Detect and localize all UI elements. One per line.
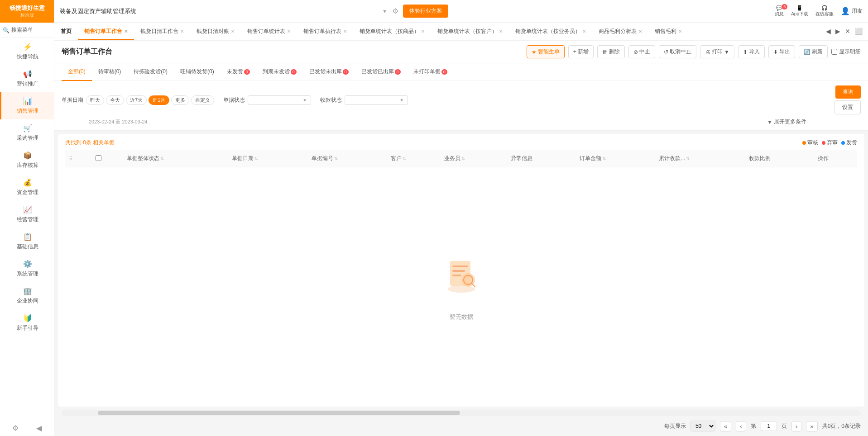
- collapse-icon[interactable]: ◀: [36, 424, 42, 432]
- scroll-thumb[interactable]: [98, 411, 460, 415]
- tab-close-sales-stat[interactable]: ✕: [287, 29, 291, 34]
- filter-tab-all[interactable]: 全部(0): [62, 63, 92, 81]
- sort-icon[interactable]: ⇅: [334, 156, 338, 161]
- tab-close-all[interactable]: ✕: [843, 27, 852, 36]
- tab-cargo-stat-product[interactable]: 销货单统计表（按商品）✕: [353, 24, 431, 40]
- prev-prev-btn[interactable]: «: [720, 421, 731, 431]
- tab-product-margin[interactable]: 商品毛利分析表✕: [592, 24, 648, 40]
- col-header-customer[interactable]: 客户⇅: [387, 150, 441, 167]
- col-header-collected[interactable]: 累计收款...⇅: [655, 150, 745, 167]
- sort-icon[interactable]: ⇅: [403, 156, 406, 161]
- prev-btn[interactable]: ‹: [736, 421, 746, 431]
- select-all-checkbox[interactable]: [96, 155, 101, 161]
- tab-close-cargo-stat-customer[interactable]: ✕: [499, 29, 503, 34]
- tab-close-product-margin[interactable]: ✕: [638, 29, 642, 34]
- refresh-btn[interactable]: 🔄 刷新: [799, 45, 828, 58]
- set-btn[interactable]: 设置: [834, 100, 861, 114]
- tab-close-cargo-stat-staff[interactable]: ✕: [582, 29, 586, 34]
- tbl-act-btn-review[interactable]: 审核: [802, 139, 818, 147]
- filter-tab-shipped-not-out[interactable]: 已发货未出库0: [303, 63, 355, 81]
- tab-sales-profit[interactable]: 销售毛利✕: [648, 24, 688, 40]
- sort-icon[interactable]: ⇅: [160, 156, 164, 161]
- sidebar-item-operation[interactable]: 📈经营管理: [0, 201, 54, 228]
- page-size-select[interactable]: 102050100: [691, 421, 715, 431]
- filter-tab-pending-inspect[interactable]: 待拣验发货(0): [127, 63, 174, 81]
- tbl-act-btn-un-review[interactable]: 弃审: [822, 139, 838, 147]
- sort-icon[interactable]: ⇅: [686, 156, 690, 161]
- col-header-staff[interactable]: 业务员⇅: [441, 150, 507, 167]
- tbl-act-btn-ship[interactable]: 发货: [841, 139, 857, 147]
- user-item[interactable]: 👤 用友: [841, 7, 863, 15]
- sidebar-search[interactable]: 🔍 搜索菜单: [0, 23, 54, 38]
- col-header-number[interactable]: 单据编号⇅: [308, 150, 387, 167]
- filter-tab-not-printed[interactable]: 未打印单据0: [407, 63, 454, 81]
- date-btn-更多[interactable]: 更多: [171, 95, 189, 105]
- tab-close-sales-exec[interactable]: ✕: [343, 29, 347, 34]
- tab-scroll-left[interactable]: ◀: [824, 27, 833, 36]
- filter-tab-overdue-ship[interactable]: 到期未发货0: [256, 63, 303, 81]
- sidebar-item-basic-info[interactable]: 📋基础信息: [0, 228, 54, 255]
- settings-icon[interactable]: ⚙: [12, 424, 19, 432]
- col-header-date[interactable]: 单据日期⇅: [228, 150, 307, 167]
- tab-cash-reconcile[interactable]: 钱货日清对账✕: [190, 24, 241, 40]
- show-detail-label[interactable]: 显示明细: [831, 48, 861, 56]
- tab-cargo-stat-staff[interactable]: 销货单统计表（按业务员）✕: [509, 24, 592, 40]
- filter-tab-pending-review[interactable]: 待审核(0): [92, 63, 128, 81]
- date-btn-昨天[interactable]: 昨天: [86, 95, 104, 105]
- sort-icon[interactable]: ⇅: [602, 156, 606, 161]
- next-next-btn[interactable]: »: [806, 421, 817, 431]
- tab-close-cash-daily[interactable]: ✕: [180, 29, 184, 34]
- print-btn[interactable]: 🖨 打印 ▼: [700, 45, 734, 58]
- scroll-bar[interactable]: [62, 410, 861, 416]
- sidebar-item-marketing[interactable]: 📢营销推广: [0, 65, 54, 92]
- tab-close-cargo-stat-product[interactable]: ✕: [421, 29, 425, 34]
- settings-gear-icon[interactable]: ⚙: [392, 7, 398, 15]
- date-btn-近1月[interactable]: 近1月: [149, 95, 169, 105]
- message-icon-item[interactable]: 💬 6 消息: [775, 5, 784, 17]
- sort-icon[interactable]: ⇅: [254, 156, 258, 161]
- date-btn-近7天[interactable]: 近7天: [126, 95, 147, 105]
- sidebar-item-quick-nav[interactable]: ⚡快捷导航: [0, 38, 54, 65]
- filter-tab-wangpu-ship[interactable]: 旺铺待发货(0): [174, 63, 221, 81]
- sort-icon[interactable]: ⇅: [461, 156, 465, 161]
- sidebar-item-purchase[interactable]: 🛒采购管理: [0, 119, 54, 147]
- stop-btn[interactable]: ⊘ 中止: [628, 45, 655, 58]
- tab-cargo-stat-customer[interactable]: 销货单统计表（按客户）✕: [431, 24, 509, 40]
- tab-sales-exec[interactable]: 销售订单执行表✕: [297, 24, 353, 40]
- show-detail-checkbox[interactable]: [831, 49, 837, 55]
- date-btn-今天[interactable]: 今天: [106, 95, 124, 105]
- tab-cash-daily[interactable]: 钱货日清工作台✕: [134, 24, 190, 40]
- sidebar-item-guide[interactable]: 🔰新手引导: [0, 309, 54, 336]
- tab-close-sales-workbench[interactable]: ✕: [124, 29, 128, 34]
- app-download-item[interactable]: 📱 App下载: [791, 5, 808, 17]
- tab-maximize[interactable]: ⬜: [853, 27, 864, 36]
- sidebar-item-inventory[interactable]: 📦库存核算: [0, 147, 54, 174]
- tab-scroll-right[interactable]: ▶: [834, 27, 842, 36]
- solution-btn[interactable]: 体验行业方案: [403, 5, 448, 18]
- cancel-stop-btn[interactable]: ↺ 取消中止: [659, 45, 696, 58]
- filter-tab-shipped-out[interactable]: 已发货已出库0: [355, 63, 407, 81]
- sidebar-item-enterprise[interactable]: 🏢企业协同: [0, 282, 54, 309]
- tab-close-cash-reconcile[interactable]: ✕: [231, 29, 235, 34]
- export-btn[interactable]: ⬇ 导出: [768, 45, 795, 58]
- tab-sales-workbench[interactable]: 销售订单工作台✕: [78, 24, 134, 40]
- col-header-status[interactable]: 单据整体状态⇅: [123, 150, 228, 167]
- delete-btn[interactable]: 🗑 删除: [597, 45, 625, 58]
- import-btn[interactable]: ⬆ 导入: [738, 45, 765, 58]
- payment-select[interactable]: ▼: [345, 95, 408, 105]
- sidebar-item-system[interactable]: ⚙️系统管理: [0, 255, 54, 282]
- tab-close-sales-profit[interactable]: ✕: [678, 29, 682, 34]
- date-btn-自定义[interactable]: 自定义: [191, 95, 214, 105]
- smart-btn[interactable]: ★ 智能生单: [527, 45, 565, 58]
- expand-btn[interactable]: ▼ 展开更多条件: [767, 118, 806, 126]
- filter-tab-not-shipped[interactable]: 未发货0: [221, 63, 256, 81]
- online-service-item[interactable]: 🎧 在线客服: [815, 5, 834, 17]
- col-header-amount[interactable]: 订单金额⇅: [576, 150, 655, 167]
- add-btn[interactable]: + 新增: [568, 45, 594, 58]
- query-btn[interactable]: 查询: [835, 85, 861, 99]
- tab-home[interactable]: 首页: [54, 24, 78, 40]
- tab-sales-stat[interactable]: 销售订单统计表✕: [241, 24, 297, 40]
- status-select[interactable]: ▼: [248, 95, 311, 105]
- system-dropdown[interactable]: ▼: [382, 8, 388, 14]
- page-input[interactable]: 1: [761, 421, 777, 431]
